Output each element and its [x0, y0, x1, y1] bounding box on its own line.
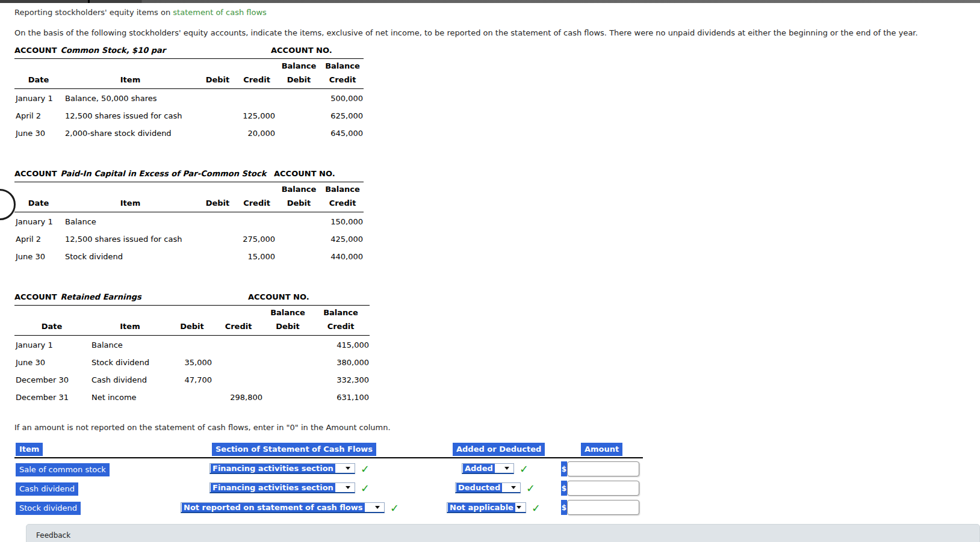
balance-credit-cell: 625,000 — [321, 112, 364, 120]
debit-cell — [198, 112, 237, 120]
account-no-label: ACCOUNT NO. — [248, 292, 309, 301]
item-header: Item — [89, 322, 171, 331]
balance-header: Balance — [321, 62, 364, 70]
date-cell: April 2 — [14, 112, 63, 120]
section-select-row2[interactable]: Financing activities section — [209, 482, 355, 493]
date-cell: June 30 — [14, 253, 63, 261]
credit-cell: 15,000 — [237, 253, 276, 261]
balance-header: Balance — [276, 185, 321, 194]
account-label: ACCOUNT — [14, 292, 57, 301]
correct-check-icon: ✓ — [526, 483, 535, 493]
section-select-row3-wrap: Not reported on statement of cash flows … — [181, 502, 399, 513]
table-row: January 1 Balance 150,000 — [14, 218, 364, 226]
section-select-row3[interactable]: Not reported on statement of cash flows — [181, 502, 385, 513]
table-row: June 30 2,000-share stock dividend 20,00… — [14, 129, 364, 138]
added-deducted-select-row3[interactable]: Not applicable — [447, 502, 526, 513]
column-header-amount: Amount — [581, 443, 622, 456]
account-label: ACCOUNT — [14, 46, 57, 55]
balance-header-row: Balance Balance — [14, 309, 370, 317]
balance-credit-cell: 500,000 — [321, 94, 364, 103]
debit-cell — [198, 253, 237, 261]
section-select-value: Not reported on statement of cash flows — [182, 503, 365, 512]
table-row: June 30 Stock dividend 35,000 380,000 — [14, 359, 370, 367]
amount-field-row2: $ — [561, 481, 639, 496]
credit-cell — [213, 376, 264, 384]
added-deducted-select-row2[interactable]: Deducted — [455, 482, 521, 493]
dollar-prefix: $ — [561, 500, 567, 515]
credit-cell — [213, 341, 264, 350]
item-cell: Cash dividend — [89, 376, 171, 384]
annotation-circle — [0, 189, 16, 220]
date-cell: April 2 — [14, 235, 63, 244]
page-title-text: Reporting stockholders' equity items on — [14, 8, 173, 17]
dollar-prefix: $ — [561, 461, 567, 476]
balance-debit-cell — [276, 94, 321, 103]
added-deducted-select-value: Added — [463, 464, 495, 473]
added-deducted-select-row3-wrap: Not applicable ✓ — [447, 502, 541, 513]
item-cell: Stock dividend — [63, 253, 198, 261]
cash-flows-link[interactable]: statement of cash flows — [173, 8, 267, 17]
item-cell: Balance — [89, 341, 171, 350]
credit-cell: 298,800 — [213, 393, 264, 402]
balance-header-row: Balance Balance — [14, 185, 364, 194]
balance-debit-cell — [264, 376, 312, 384]
account-label: ACCOUNT — [14, 169, 57, 178]
table-rule — [14, 335, 370, 336]
account-no-label: ACCOUNT NO. — [274, 169, 335, 178]
credit-header: Credit — [237, 76, 276, 84]
page-title: Reporting stockholders' equity items on … — [14, 8, 267, 17]
added-deducted-select-row1[interactable]: Added — [462, 463, 514, 474]
section-select-row1[interactable]: Financing activities section — [209, 463, 355, 474]
column-header-added-deducted: Added or Deducted — [453, 443, 545, 456]
credit-cell: 20,000 — [237, 129, 276, 138]
balance-header: Balance — [276, 62, 321, 70]
debit-cell: 35,000 — [171, 359, 213, 367]
added-deducted-select-row1-wrap: Added ✓ — [462, 463, 529, 474]
amount-input-row1[interactable] — [567, 461, 639, 476]
account-table-retained-earnings: ACCOUNTRetained Earnings ACCOUNT NO. Bal… — [14, 292, 370, 402]
feedback-panel: Feedback — [26, 524, 980, 542]
credit-header: Credit — [237, 199, 276, 208]
account-name: Paid-In Capital in Excess of Par-Common … — [61, 169, 267, 178]
debit-cell — [198, 235, 237, 244]
item-label-cash-dividend: Cash dividend — [16, 482, 78, 496]
balance-credit-cell: 631,100 — [312, 393, 370, 402]
debit-cell: 47,700 — [171, 376, 213, 384]
credit-cell: 125,000 — [237, 112, 276, 120]
account-name: Retained Earnings — [61, 292, 141, 301]
credit-cell — [237, 218, 276, 226]
correct-check-icon: ✓ — [361, 464, 370, 474]
balance-credit-cell: 415,000 — [312, 341, 370, 350]
table-row: April 2 12,500 shares issued for cash 27… — [14, 235, 364, 244]
date-cell: June 30 — [14, 359, 89, 367]
credit-cell — [213, 359, 264, 367]
debit-cell — [198, 94, 237, 103]
item-label-sale-of-common-stock: Sale of common stock — [16, 463, 110, 476]
amount-input-row3[interactable] — [567, 500, 639, 515]
amount-input-row2[interactable] — [567, 481, 639, 496]
date-header: Date — [14, 322, 89, 331]
date-cell: January 1 — [14, 218, 63, 226]
balance-header: Balance — [312, 309, 370, 317]
debit-cell — [198, 218, 237, 226]
date-cell: June 30 — [14, 129, 63, 138]
balance-credit-header: Credit — [321, 199, 364, 208]
correct-check-icon: ✓ — [361, 483, 370, 493]
balance-debit-cell — [276, 112, 321, 120]
added-deducted-select-value: Deducted — [456, 483, 502, 492]
window-top-tick — [88, 0, 90, 3]
balance-debit-header: Debit — [264, 322, 312, 331]
balance-debit-cell — [276, 218, 321, 226]
item-label-stock-dividend: Stock dividend — [16, 502, 81, 515]
balance-debit-cell — [264, 393, 312, 402]
table-row: January 1 Balance 415,000 — [14, 341, 370, 350]
item-header: Item — [63, 199, 198, 208]
amount-note: If an amount is not reported on the stat… — [14, 423, 391, 432]
added-deducted-select-row2-wrap: Deducted ✓ — [455, 482, 535, 493]
balance-credit-cell: 380,000 — [312, 359, 370, 367]
dropdown-arrow-icon — [504, 467, 509, 470]
account-no-label: ACCOUNT NO. — [271, 46, 332, 55]
balance-header: Balance — [321, 185, 364, 194]
balance-header-row: Balance Balance — [14, 62, 364, 70]
debit-cell — [171, 341, 213, 350]
